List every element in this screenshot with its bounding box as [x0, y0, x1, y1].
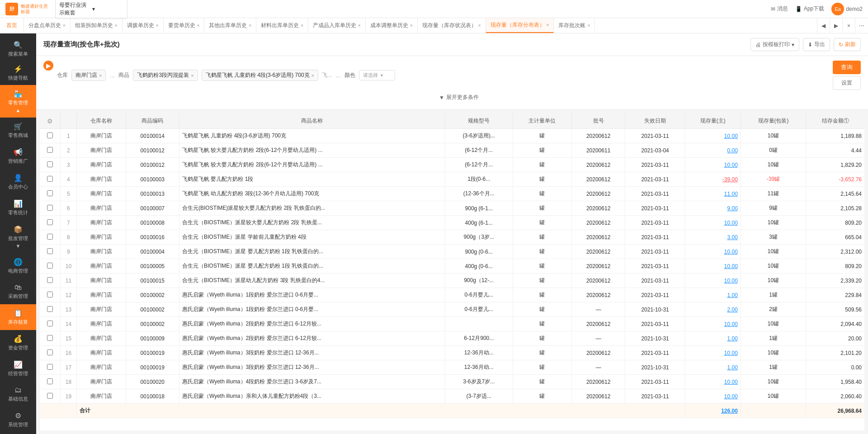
row-checkbox[interactable]	[40, 230, 60, 245]
row-checkbox[interactable]	[40, 172, 60, 187]
sidebar-item-purchase[interactable]: 🛍 采购管理	[0, 279, 36, 304]
tab-next-btn[interactable]: ▶	[830, 18, 843, 33]
message-btn[interactable]: ✉ 消息	[771, 5, 788, 13]
tab-close-5[interactable]: ×	[301, 23, 303, 28]
row-stock-main[interactable]: 1.00	[685, 288, 741, 302]
col-settings[interactable]: ⚙	[40, 113, 60, 129]
tab-close-10[interactable]: ×	[587, 23, 590, 28]
row-checkbox[interactable]	[40, 259, 60, 274]
settings-icon[interactable]: ⚙	[47, 118, 53, 125]
row-stock-main[interactable]: 10.00	[685, 389, 741, 404]
tab-expand-btn[interactable]: ⋯	[855, 18, 868, 33]
product-more[interactable]: 飞...	[322, 71, 332, 79]
tab-chengben[interactable]: 成本调整单历史 ×	[366, 18, 418, 33]
row-stock-main[interactable]: 1.00	[685, 331, 741, 346]
row-checkbox[interactable]	[40, 302, 60, 317]
tab-kucun-status[interactable]: 现存量（库存状况表） ×	[418, 18, 486, 33]
query-btn[interactable]: 查询	[833, 61, 861, 74]
sidebar-quick-nav[interactable]: ⚡ 快捷导航	[0, 61, 36, 85]
row-checkbox[interactable]	[40, 158, 60, 172]
row-stock-main[interactable]: 10.00	[685, 129, 741, 143]
sidebar-item-member[interactable]: 👤 会员中心	[0, 169, 36, 195]
row-checkbox[interactable]	[40, 288, 60, 302]
sidebar-item-ecommerce[interactable]: 🌐 电商管理	[0, 253, 36, 279]
row-checkbox[interactable]	[40, 346, 60, 360]
sidebar-item-ops[interactable]: 📈 经营管理	[0, 356, 36, 382]
row-stock-main[interactable]: -39.00	[685, 172, 741, 187]
row-checkbox[interactable]	[40, 389, 60, 404]
tab-yaohuo[interactable]: 要货单历史 ×	[164, 18, 205, 33]
tab-close-8[interactable]: ×	[478, 23, 481, 28]
row-stock-main[interactable]: 0.00	[685, 143, 741, 158]
warehouse-ellipsis[interactable]: …	[109, 72, 115, 79]
settings-btn[interactable]: 设置	[833, 76, 861, 90]
expand-more-btn[interactable]: ▼ 展开更多条件	[439, 92, 479, 103]
row-checkbox[interactable]	[40, 216, 60, 230]
color-filter[interactable]: 请选择 ▾	[359, 70, 395, 80]
product-close-0[interactable]: ×	[191, 73, 193, 78]
tab-chancheng[interactable]: 产成品入库单历史 ×	[308, 18, 366, 33]
sidebar-item-finance[interactable]: 💰 资金管理	[0, 330, 36, 356]
export-btn[interactable]: ⬇ 导出	[803, 38, 830, 51]
row-stock-main[interactable]: 10.00	[685, 259, 741, 274]
tab-close-3[interactable]: ×	[197, 23, 200, 28]
row-checkbox[interactable]	[40, 187, 60, 201]
tab-fenpan[interactable]: 分盘点单历史 ×	[24, 18, 71, 33]
row-stock-main[interactable]: 10.00	[685, 274, 741, 288]
sidebar-item-wholesale[interactable]: 📦 批发管理 ▼	[0, 221, 36, 253]
row-stock-main[interactable]: 2.00	[685, 302, 741, 317]
row-stock-main[interactable]: 10.00	[685, 317, 741, 331]
tab-qitachu[interactable]: 其他出库单历史 ×	[204, 18, 256, 33]
sidebar-item-inventory[interactable]: 📋 库存核算	[0, 304, 36, 330]
sidebar-item-system[interactable]: ⚙ 系统管理	[0, 407, 36, 433]
row-stock-main[interactable]: 10.00	[685, 158, 741, 172]
tab-home[interactable]: 首页	[0, 18, 24, 33]
tab-diaob[interactable]: 调拨单历史 ×	[123, 18, 164, 33]
row-checkbox[interactable]	[40, 201, 60, 216]
row-stock-main[interactable]: 10.00	[685, 245, 741, 259]
product-close-1[interactable]: ×	[311, 73, 314, 78]
row-stock-main[interactable]: 11.00	[685, 187, 741, 201]
tab-close-1[interactable]: ×	[115, 23, 118, 28]
row-checkbox[interactable]	[40, 143, 60, 158]
row-checkbox[interactable]	[40, 317, 60, 331]
row-stock-main[interactable]: 1.00	[685, 360, 741, 375]
sidebar-item-base[interactable]: 🗂 基础信息	[0, 382, 36, 407]
sidebar-item-retail-stats[interactable]: 📊 零售统计	[0, 195, 36, 221]
product-ellipsis[interactable]: …	[335, 72, 341, 79]
warehouse-close-btn[interactable]: ×	[99, 73, 102, 78]
tab-close-fenpan[interactable]: ×	[63, 23, 66, 28]
tab-close-4[interactable]: ×	[249, 23, 251, 28]
tab-close-all-btn[interactable]: ×	[843, 18, 855, 33]
tab-kucun-dist[interactable]: 现存量（库存分布表） ×	[486, 18, 554, 33]
refresh-btn[interactable]: ↻ 刷新	[834, 38, 861, 51]
tab-close-7[interactable]: ×	[410, 23, 413, 28]
row-checkbox[interactable]	[40, 274, 60, 288]
tab-cailiao[interactable]: 材料出库单历史 ×	[256, 18, 308, 33]
warehouse-tag[interactable]: 南岸门店 ×	[71, 70, 106, 81]
toggle-filter-btn[interactable]: ▶	[43, 61, 53, 71]
template-print-btn[interactable]: 🖨 按模板打印 ▾	[750, 38, 799, 51]
tab-close-6[interactable]: ×	[358, 23, 361, 28]
product-tag-0[interactable]: 飞鹤奶粉3段丙混提装 ×	[133, 70, 198, 81]
store-selector[interactable]: 母婴行业演示账套 ▾	[55, 0, 127, 19]
tab-kucun-batch[interactable]: 库存批次账 ×	[554, 18, 595, 33]
row-stock-main[interactable]: 10.00	[685, 375, 741, 389]
app-download-btn[interactable]: 📱 App下载	[795, 5, 824, 13]
row-checkbox[interactable]	[40, 331, 60, 346]
user-menu[interactable]: Ea demo2	[831, 3, 863, 15]
row-checkbox[interactable]	[40, 129, 60, 143]
product-tag-1[interactable]: 飞鹤星飞帆 儿童奶粉 4段(3-6岁适用) 700克 ×	[202, 70, 318, 81]
row-stock-main[interactable]: 3.00	[685, 230, 741, 245]
row-stock-main[interactable]: 9.00	[685, 201, 741, 216]
tab-close-9[interactable]: ×	[547, 23, 549, 28]
row-checkbox[interactable]	[40, 360, 60, 375]
sidebar-item-marketing[interactable]: 📢 营销推广	[0, 143, 36, 169]
sidebar-item-retail-mgmt[interactable]: 🏪 零售管理 ▲	[0, 85, 36, 118]
row-stock-main[interactable]: 10.00	[685, 346, 741, 360]
row-checkbox[interactable]	[40, 375, 60, 389]
row-stock-main[interactable]: 10.00	[685, 216, 741, 230]
tab-zuzhangchaijian[interactable]: 组装拆卸单历史 ×	[71, 18, 123, 33]
sidebar-search[interactable]: 🔍 搜索菜单	[0, 37, 36, 61]
row-checkbox[interactable]	[40, 245, 60, 259]
